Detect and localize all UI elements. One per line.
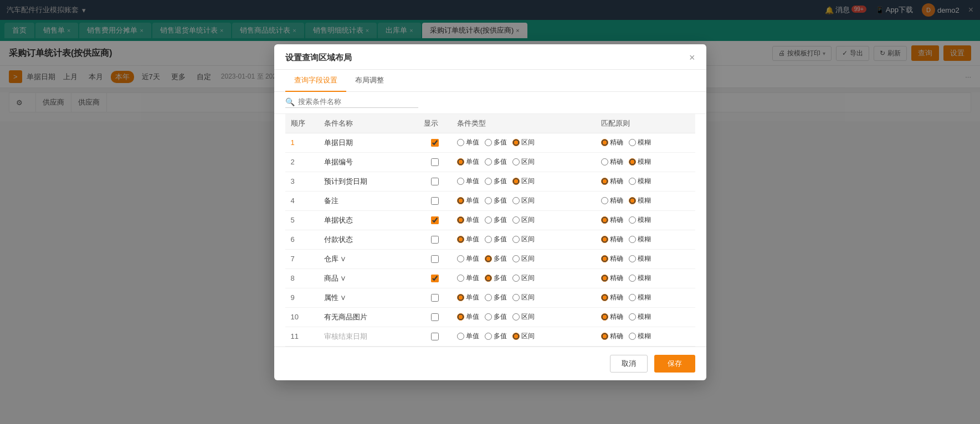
col-name: 条件名称 [319, 114, 418, 122]
col-order: 顺序 [285, 114, 319, 122]
tab-layout[interactable]: 布局调整 [346, 70, 393, 92]
dialog-close-button[interactable]: × [689, 52, 695, 64]
search-icon: 🔍 [285, 97, 295, 106]
table-header: 顺序 条件名称 显示 条件类型 匹配原则 [285, 114, 695, 122]
col-type: 条件类型 [451, 114, 596, 122]
settings-dialog: 设置查询区域布局 × 查询字段设置 布局调整 🔍 顺序 [274, 44, 706, 122]
tab-query-fields[interactable]: 查询字段设置 [285, 70, 346, 92]
search-box: 🔍 [274, 92, 706, 114]
dialog-tabs: 查询字段设置 布局调整 [274, 70, 706, 92]
dialog-table: 顺序 条件名称 显示 条件类型 匹配原则 1单据日期单值多值区间精确模糊2单据编… [274, 114, 706, 122]
modal-overlay: 设置查询区域布局 × 查询字段设置 布局调整 🔍 顺序 [0, 0, 980, 121]
search-input[interactable] [298, 97, 409, 106]
tab-query-fields-label: 查询字段设置 [294, 76, 337, 84]
tab-layout-label: 布局调整 [355, 76, 384, 84]
col-display: 显示 [418, 114, 451, 122]
dialog-header: 设置查询区域布局 × [274, 44, 706, 70]
search-input-wrap: 🔍 [285, 97, 418, 108]
dialog-title: 设置查询区域布局 [285, 53, 352, 63]
col-match: 匹配原则 [596, 114, 695, 122]
